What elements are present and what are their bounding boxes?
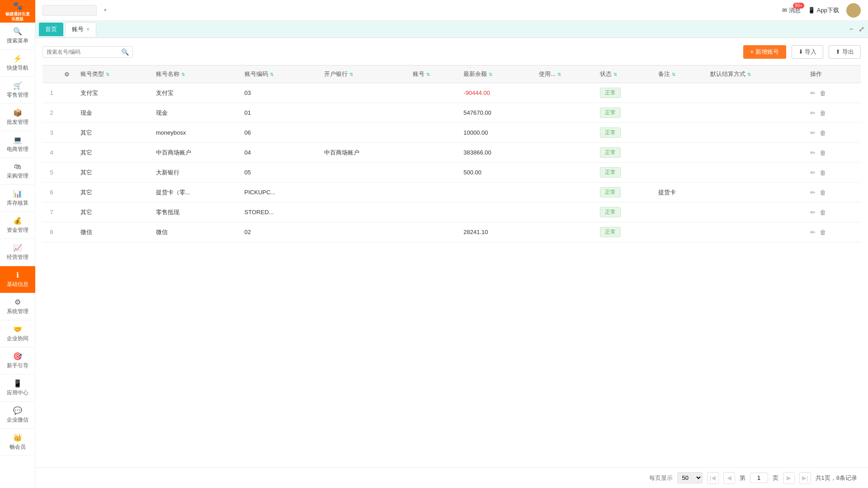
delete-button[interactable]: 🗑	[820, 229, 826, 236]
tabs-minimize-button[interactable]: －	[848, 24, 855, 34]
edit-button[interactable]: ✏	[810, 169, 816, 176]
per-page-label: 每页显示	[649, 474, 673, 482]
edit-button[interactable]: ✏	[810, 109, 816, 117]
app-download-button[interactable]: 📱 App下载	[808, 6, 839, 14]
cell-usage	[535, 123, 596, 143]
page-next-button[interactable]: ▶	[783, 472, 795, 484]
sidebar-item-finance[interactable]: 💰 资金管理	[0, 212, 35, 239]
sidebar-item-purchase[interactable]: 🛍 采购管理	[0, 158, 35, 185]
cell-code: 06	[241, 123, 321, 143]
cell-status: 正常	[596, 143, 655, 163]
tab-home[interactable]: 首页	[39, 23, 63, 36]
sidebar-item-guide[interactable]: 🎯 新手引导	[0, 347, 35, 375]
edit-button[interactable]: ✏	[810, 209, 816, 216]
col-header-account[interactable]: 账号 ⇅	[409, 66, 460, 83]
delete-button[interactable]: 🗑	[820, 129, 826, 136]
delete-button[interactable]: 🗑	[820, 169, 826, 176]
import-button[interactable]: ⬇ 导入	[792, 45, 824, 59]
sidebar-item-retail[interactable]: 🛒 零售管理	[0, 77, 35, 104]
delete-button[interactable]: 🗑	[820, 189, 826, 196]
cell-account	[409, 202, 460, 222]
appstore-icon: 📱	[13, 379, 22, 388]
total-label: 共1页，8条记录	[816, 474, 857, 482]
search-icon[interactable]: 🔍	[121, 48, 129, 56]
page-prev-button[interactable]: ◀	[723, 472, 735, 484]
add-account-button[interactable]: + 新增账号	[743, 45, 786, 59]
col-header-status[interactable]: 状态 ⇅	[596, 66, 655, 83]
cell-balance	[460, 183, 535, 202]
col-header-settlement[interactable]: 默认结算方式 ⇅	[707, 66, 807, 83]
message-button[interactable]: ✉ 消息 99+	[782, 6, 801, 14]
cell-code: 03	[241, 83, 321, 103]
edit-button[interactable]: ✏	[810, 129, 816, 136]
col-header-type[interactable]: 账号类型 ⇅	[77, 66, 152, 83]
sidebar-item-system[interactable]: ⚙ 系统管理	[0, 293, 35, 320]
pagination: 每页显示 50 100 200 |◀ ◀ 第 页 ▶ ▶| 共1页，8条记录	[35, 467, 868, 488]
export-button[interactable]: ⬆ 导出	[829, 45, 861, 59]
col-header-code[interactable]: 账号编码 ⇅	[241, 66, 321, 83]
cell-settlement	[707, 143, 807, 163]
page-first-button[interactable]: |◀	[707, 472, 719, 484]
dropdown-arrow-icon[interactable]: ▾	[104, 7, 107, 13]
sidebar-item-wholesale[interactable]: 📦 批发管理	[0, 104, 35, 131]
sidebar-item-ecommerce[interactable]: 💻 电商管理	[0, 131, 35, 158]
page-size-select[interactable]: 50 100 200	[677, 472, 703, 483]
sort-icon: ⇅	[557, 72, 561, 77]
delete-button[interactable]: 🗑	[820, 109, 826, 117]
delete-button[interactable]: 🗑	[820, 89, 826, 97]
delete-button[interactable]: 🗑	[820, 149, 826, 156]
edit-button[interactable]: ✏	[810, 89, 816, 97]
retail-icon: 🛒	[13, 81, 22, 90]
cell-balance: 500.00	[460, 163, 535, 183]
delete-button[interactable]: 🗑	[820, 209, 826, 216]
tab-accounts[interactable]: 账号 ×	[65, 22, 96, 37]
cell-settlement	[707, 202, 807, 222]
user-avatar[interactable]	[846, 3, 861, 18]
cell-usage	[535, 183, 596, 202]
cell-usage	[535, 103, 596, 123]
col-account-label: 账号	[413, 70, 425, 78]
table-row: 1 支付宝 支付宝 03 -90444.00 正常 ✏ 🗑	[42, 83, 861, 103]
edit-button[interactable]: ✏	[810, 189, 816, 196]
edit-button[interactable]: ✏	[810, 229, 816, 236]
cell-status: 正常	[596, 123, 655, 143]
sidebar-item-appstore[interactable]: 📱 应用中心	[0, 375, 35, 402]
search-input[interactable]	[47, 49, 118, 55]
sidebar-item-label: 零售管理	[7, 91, 28, 99]
cell-settlement	[707, 83, 807, 103]
page-number-input[interactable]	[750, 473, 768, 483]
cell-index: 7	[42, 202, 61, 222]
sidebar-item-operation[interactable]: 📈 经营管理	[0, 239, 35, 266]
cell-status: 正常	[596, 222, 655, 242]
tab-close-icon[interactable]: ×	[86, 26, 90, 33]
col-header-bank[interactable]: 开户银行 ⇅	[321, 66, 409, 83]
cell-settlement	[707, 103, 807, 123]
page-last-button[interactable]: ▶|	[799, 472, 811, 484]
col-header-usage[interactable]: 使用... ⇅	[535, 66, 596, 83]
search-box: 🔍	[42, 46, 133, 58]
sidebar-item-collab[interactable]: 🤝 企业协同	[0, 320, 35, 347]
sidebar-item-enterprise-wechat[interactable]: 💬 企业微信	[0, 402, 35, 429]
tabs-expand-button[interactable]: ⤢	[859, 25, 864, 33]
status-badge: 正常	[600, 147, 621, 158]
sort-icon: ⇅	[181, 72, 185, 77]
sidebar-item-inventory[interactable]: 📊 库存核算	[0, 185, 35, 212]
collab-icon: 🤝	[13, 325, 22, 333]
sidebar-item-quicknav[interactable]: ⚡ 快捷导航	[0, 50, 35, 77]
sidebar-item-basic-info[interactable]: ℹ 基础信息	[0, 266, 35, 293]
col-header-gear[interactable]: ⚙	[61, 66, 77, 83]
col-header-name[interactable]: 账号名称 ⇅	[152, 66, 241, 83]
tab-accounts-label: 账号	[72, 25, 84, 33]
cell-gear	[61, 103, 77, 123]
sidebar-item-membership[interactable]: 👑 畅会员	[0, 429, 35, 456]
cell-remark	[655, 222, 707, 242]
cell-name: 现金	[152, 103, 241, 123]
topbar-search-input[interactable]	[42, 5, 97, 16]
message-icon: ✉	[782, 7, 787, 14]
sidebar-item-search[interactable]: 🔍 搜索菜单	[0, 23, 35, 50]
edit-button[interactable]: ✏	[810, 149, 816, 156]
col-name-label: 账号名称	[156, 70, 179, 78]
col-header-balance[interactable]: 最新余额 ⇅	[460, 66, 535, 83]
sidebar-item-label: 快捷导航	[7, 64, 28, 72]
col-header-remark[interactable]: 备注 ⇅	[655, 66, 707, 83]
